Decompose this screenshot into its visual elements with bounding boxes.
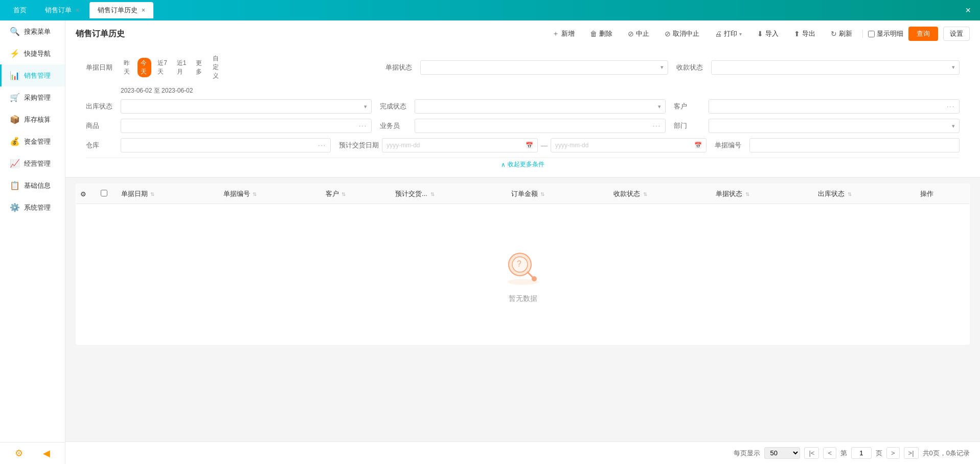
- page-last-button[interactable]: >|: [904, 447, 919, 459]
- tab-sales-order[interactable]: 销售订单 ×: [37, 2, 87, 18]
- collapse-button[interactable]: ∧ 收起更多条件: [501, 160, 544, 169]
- refresh-button[interactable]: ↻ 刷新: [826, 27, 857, 40]
- th-doc-status[interactable]: 单据状态 ⇅: [712, 184, 814, 204]
- date-opt-custom[interactable]: 自定义: [210, 53, 227, 81]
- date-opt-yesterday[interactable]: 昨天: [121, 58, 134, 77]
- sidebar-item-system[interactable]: ⚙️ 系统管理: [0, 196, 65, 218]
- print-label: 打印: [724, 29, 737, 38]
- print-button[interactable]: 🖨 打印 ▾: [710, 27, 747, 40]
- svg-text:?: ?: [517, 259, 521, 268]
- th-date-sort-icon: ⇅: [150, 191, 154, 197]
- th-settings[interactable]: ⚙: [76, 184, 97, 204]
- th-doc-sort-icon: ⇅: [745, 191, 749, 197]
- th-payment-status[interactable]: 收款状态 ⇅: [609, 184, 712, 204]
- cancel-stop-button[interactable]: ⊘ 取消中止: [659, 27, 704, 40]
- department-dropdown[interactable]: ▾: [709, 119, 960, 133]
- tab-sales-order-history-close[interactable]: ×: [142, 7, 145, 14]
- sidebar-item-quick-nav[interactable]: ⚡ 快捷导航: [0, 42, 65, 64]
- select-all-checkbox[interactable]: [101, 190, 107, 196]
- th-warehouse-status[interactable]: 出库状态 ⇅: [814, 184, 916, 204]
- complete-status-dropdown[interactable]: ▾: [415, 99, 666, 114]
- delete-button[interactable]: 🗑 删除: [585, 27, 618, 40]
- warehouse-input[interactable]: ···: [121, 138, 331, 152]
- warehouse-status-dropdown[interactable]: ▾: [121, 99, 372, 114]
- stop-button[interactable]: ⊘ 中止: [623, 27, 654, 40]
- purchase-icon: 🛒: [10, 93, 20, 102]
- page-first-button[interactable]: |<: [804, 447, 819, 459]
- display-detail-checkbox[interactable]: [868, 31, 875, 37]
- tab-sales-order-history-label: 销售订单历史: [98, 6, 138, 15]
- th-check[interactable]: [97, 184, 117, 204]
- th-date[interactable]: 单据日期 ⇅: [117, 184, 219, 204]
- import-button[interactable]: ⬇ 导入: [752, 27, 784, 40]
- date-opt-7days[interactable]: 近7天: [154, 58, 170, 77]
- date-range-separator: —: [541, 142, 548, 149]
- th-delivery-sort-icon: ⇅: [430, 191, 435, 197]
- delivery-date-from[interactable]: yyyy-mm-dd 📅: [382, 138, 538, 152]
- date-opt-1month[interactable]: 近1月: [174, 58, 190, 77]
- sidebar-settings-button[interactable]: ⚙: [15, 448, 23, 459]
- th-amount[interactable]: 订单金额 ⇅: [507, 184, 609, 204]
- product-input[interactable]: ···: [121, 119, 372, 133]
- salesperson-input[interactable]: ···: [415, 119, 666, 133]
- sidebar-item-search[interactable]: 🔍 搜索菜单: [0, 20, 65, 42]
- date-filter-label: 单据日期: [86, 63, 117, 72]
- tab-home[interactable]: 首页: [5, 2, 35, 18]
- sidebar-item-base[interactable]: 📋 基础信息: [0, 174, 65, 196]
- page-next-button[interactable]: >: [886, 447, 900, 459]
- sidebar-item-search-label: 搜索菜单: [24, 27, 51, 36]
- sidebar-item-system-label: 系统管理: [24, 203, 51, 212]
- sidebar-item-sales[interactable]: 📊 销售管理: [0, 64, 65, 86]
- tab-sales-order-history[interactable]: 销售订单历史 ×: [89, 2, 153, 18]
- table-header: ⚙ 单据日期 ⇅ 单据编号 ⇅ 客户 ⇅: [76, 184, 970, 204]
- page-total-text: 共0页，0条记录: [923, 449, 970, 458]
- doc-number-input[interactable]: [749, 138, 960, 152]
- delete-icon: 🗑: [590, 30, 597, 38]
- th-delivery[interactable]: 预计交货... ⇅: [391, 184, 507, 204]
- page-size-select[interactable]: 10 20 50 100: [764, 447, 800, 459]
- tab-home-label: 首页: [13, 6, 27, 15]
- payment-status-label: 收款状态: [676, 63, 707, 72]
- tab-sales-order-close[interactable]: ×: [76, 7, 79, 14]
- sidebar-item-operations[interactable]: 📈 经营管理: [0, 152, 65, 174]
- th-number-label: 单据编号: [223, 190, 250, 197]
- th-customer[interactable]: 客户 ⇅: [322, 184, 391, 204]
- sidebar-item-inventory[interactable]: 📦 库存核算: [0, 108, 65, 130]
- new-label: 新增: [561, 29, 575, 38]
- sidebar-bottom: ⚙ ◀: [0, 442, 65, 464]
- page-prev-button[interactable]: <: [823, 447, 836, 459]
- topbar-actions: ×: [961, 5, 975, 16]
- sidebar-item-base-label: 基础信息: [24, 181, 51, 190]
- display-detail-checkbox-label[interactable]: 显示明细: [868, 29, 903, 38]
- product-label: 商品: [86, 121, 117, 130]
- th-number[interactable]: 单据编号 ⇅: [219, 184, 322, 204]
- payment-status-dropdown[interactable]: ▾: [711, 60, 960, 75]
- new-button[interactable]: ＋ 新增: [547, 27, 580, 40]
- sidebar-item-purchase[interactable]: 🛒 采购管理: [0, 86, 65, 108]
- topbar-close-button[interactable]: ×: [961, 5, 975, 16]
- delivery-date-to[interactable]: yyyy-mm-dd 📅: [551, 138, 706, 152]
- doc-status-dropdown[interactable]: ▾: [420, 60, 669, 75]
- setting-button[interactable]: 设置: [943, 27, 970, 41]
- page-number-input[interactable]: [851, 447, 872, 459]
- empty-state-cell: ? 暂无数据: [76, 204, 970, 345]
- date-opt-more[interactable]: 更多: [193, 58, 207, 77]
- toolbar-divider: [862, 30, 863, 38]
- page-current-label: 第: [840, 449, 847, 458]
- refresh-icon: ↻: [831, 30, 837, 38]
- export-button[interactable]: ⬆ 导出: [789, 27, 821, 40]
- print-arrow-icon: ▾: [739, 31, 742, 37]
- operations-icon: 📈: [10, 159, 20, 168]
- customer-input[interactable]: ···: [709, 99, 960, 114]
- sidebar-item-finance[interactable]: 💰 资金管理: [0, 130, 65, 152]
- salesperson-dots-icon: ···: [653, 122, 661, 129]
- content-area: 销售订单历史 ＋ 新增 🗑 删除 ⊘ 中止 ⊘: [65, 20, 980, 464]
- sidebar-collapse-button[interactable]: ◀: [43, 448, 50, 459]
- payment-status-arrow-icon: ▾: [952, 64, 955, 71]
- delivery-from-placeholder: yyyy-mm-dd: [386, 142, 420, 149]
- query-button[interactable]: 查询: [908, 27, 938, 41]
- empty-state: ? 暂无数据: [76, 204, 969, 344]
- th-warehouse-sort-icon: ⇅: [848, 191, 852, 197]
- date-opt-today[interactable]: 今天: [138, 58, 151, 77]
- sidebar-item-inventory-label: 库存核算: [24, 115, 51, 124]
